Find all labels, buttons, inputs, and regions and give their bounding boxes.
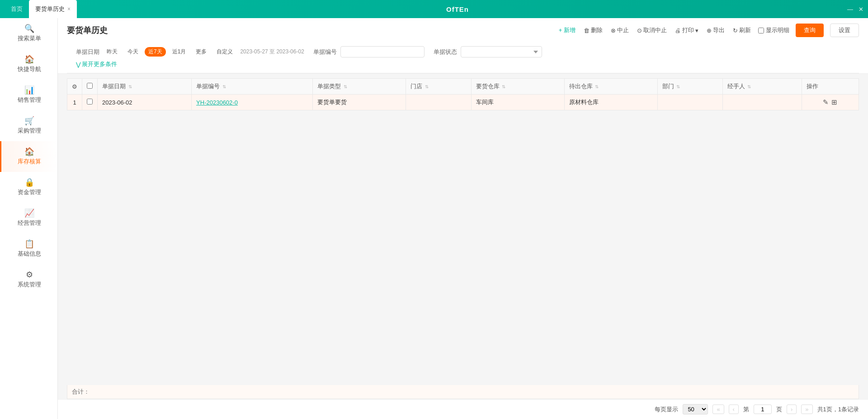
req-warehouse-column-header[interactable]: 要货仓库 ⇅ <box>471 79 564 95</box>
sidebar-item-finance[interactable]: 🔒 资金管理 <box>0 172 57 203</box>
doc-no-column-header[interactable]: 单据编号 ⇅ <box>192 79 313 95</box>
sidebar-item-quick-nav-label: 快捷导航 <box>18 65 41 73</box>
print-arrow-icon: ▾ <box>695 27 698 34</box>
action-column-header: 操作 <box>802 79 859 95</box>
row-pending-warehouse: 原材料仓库 <box>564 95 657 110</box>
sidebar-item-search-menu-label: 搜索菜单 <box>18 34 41 43</box>
row-req-warehouse: 车间库 <box>471 95 564 110</box>
delete-button[interactable]: 🗑 删除 <box>583 24 604 36</box>
settings-column-header[interactable]: ⚙ <box>67 79 82 95</box>
sidebar-item-inventory[interactable]: 🏠 库存核算 <box>0 141 57 172</box>
doc-date-column-header[interactable]: 单据日期 ⇅ <box>98 79 192 95</box>
req-warehouse-sort-icon: ⇅ <box>502 84 505 89</box>
operations-icon: 📈 <box>24 209 34 217</box>
page-title: 要货单历史 <box>67 25 108 36</box>
sidebar-item-finance-label: 资金管理 <box>18 188 41 196</box>
refresh-button[interactable]: ↻ 刷新 <box>732 24 752 36</box>
pending-warehouse-sort-icon: ⇅ <box>595 84 599 89</box>
display-detail-checkbox[interactable] <box>758 28 764 33</box>
copy-icon[interactable]: ⊞ <box>831 98 837 106</box>
cancel-stop-label: 取消中止 <box>643 26 667 34</box>
table-footer-summary: 合计： <box>67 385 859 399</box>
date-tab-1month[interactable]: 近1月 <box>169 47 190 57</box>
page-title-row: 要货单历史 + 新增 🗑 删除 ⊗ 中止 ⊙ 取消中止 <box>67 24 859 37</box>
brand-name: OfTEn <box>446 5 469 13</box>
tab-close-icon[interactable]: × <box>67 6 71 12</box>
footer-total-label: 合计： <box>72 388 90 395</box>
jump-prefix: 第 <box>743 405 749 414</box>
date-tab-custom[interactable]: 自定义 <box>213 47 236 57</box>
cancel-stop-icon: ⊙ <box>637 27 642 34</box>
per-page-select[interactable]: 20 50 100 <box>683 404 708 414</box>
settings-button[interactable]: 设置 <box>830 24 859 37</box>
sidebar-item-purchase[interactable]: 🛒 采购管理 <box>0 110 57 141</box>
row-checkbox[interactable] <box>87 99 93 105</box>
pending-warehouse-column-header[interactable]: 待出仓库 ⇅ <box>564 79 657 95</box>
delete-icon: 🗑 <box>584 27 590 34</box>
expand-more-btn[interactable]: ⋁ 展开更多条件 <box>76 60 850 68</box>
sidebar-item-sales[interactable]: 📊 销售管理 <box>0 80 57 110</box>
date-tab-7days[interactable]: 近7天 <box>145 47 166 57</box>
store-column-header[interactable]: 门店 ⇅ <box>406 79 471 95</box>
row-number: 1 <box>67 95 82 110</box>
inventory-icon: 🏠 <box>24 148 34 156</box>
row-department <box>657 95 722 110</box>
date-tab-more[interactable]: 更多 <box>192 47 210 57</box>
display-detail-toggle[interactable]: 显示明细 <box>758 26 789 34</box>
close-icon[interactable]: ✕ <box>859 6 863 13</box>
select-all-checkbox[interactable] <box>87 83 93 89</box>
sidebar-item-quick-nav[interactable]: 🏠 快捷导航 <box>0 49 57 80</box>
row-doc-date: 2023-06-02 <box>98 95 192 110</box>
display-detail-label: 显示明细 <box>766 26 789 34</box>
status-label: 单据状态 <box>434 48 457 56</box>
sidebar-item-operations[interactable]: 📈 经营管理 <box>0 203 57 233</box>
date-tab-yesterday[interactable]: 昨天 <box>103 47 121 57</box>
print-label: 打印 <box>682 26 694 34</box>
date-filter-group: 单据日期 昨天 今天 近7天 近1月 更多 自定义 2023-05-27 至 2… <box>76 47 304 57</box>
last-page-button[interactable]: » <box>801 405 812 414</box>
doc-type-column-header[interactable]: 单据类型 ⇅ <box>313 79 406 95</box>
export-icon: ⊕ <box>707 27 712 34</box>
doc-no-link[interactable]: YH-20230602-0 <box>196 99 238 106</box>
handler-column-header[interactable]: 经手人 ⇅ <box>722 79 802 95</box>
table-header: ⚙ 单据日期 ⇅ 单据编号 ⇅ 单据类型 ⇅ <box>67 79 859 95</box>
sidebar-item-system[interactable]: ⚙ 系统管理 <box>0 264 57 295</box>
refresh-label: 刷新 <box>739 26 751 34</box>
row-action-cell: ✎ ⊞ <box>802 95 859 110</box>
filter-area: 单据日期 昨天 今天 近7天 近1月 更多 自定义 2023-05-27 至 2… <box>67 42 859 73</box>
finance-icon: 🔒 <box>24 178 34 186</box>
store-sort-icon: ⇅ <box>425 84 429 89</box>
total-records-label: 共1页，1条记录 <box>817 405 859 414</box>
doc-no-filter-group: 单据编号 <box>313 46 425 57</box>
tab-home-label: 首页 <box>11 5 23 13</box>
print-icon: 🖨 <box>675 27 681 34</box>
print-button[interactable]: 🖨 打印 ▾ <box>674 24 699 36</box>
window-controls: — ✕ <box>847 6 863 13</box>
export-button[interactable]: ⊕ 导出 <box>706 24 726 36</box>
first-page-button[interactable]: « <box>712 405 724 414</box>
sidebar-item-basic-label: 基础信息 <box>18 250 41 258</box>
doc-no-input[interactable] <box>340 46 425 57</box>
current-page-input[interactable]: 1 <box>754 405 772 414</box>
next-page-button[interactable]: › <box>787 405 797 414</box>
sidebar-item-basic[interactable]: 📋 基础信息 <box>0 233 57 264</box>
new-label: + 新增 <box>559 26 576 34</box>
sidebar-item-search-menu[interactable]: 🔍 搜索菜单 <box>0 18 57 49</box>
status-select[interactable] <box>461 46 542 57</box>
row-doc-no[interactable]: YH-20230602-0 <box>192 95 313 110</box>
prev-page-button[interactable]: ‹ <box>729 405 739 414</box>
cancel-stop-button[interactable]: ⊙ 取消中止 <box>636 24 668 36</box>
new-button[interactable]: + 新增 <box>558 24 576 36</box>
edit-icon[interactable]: ✎ <box>823 98 829 106</box>
stop-button[interactable]: ⊗ 中止 <box>610 24 630 36</box>
minimize-icon[interactable]: — <box>847 6 853 13</box>
tab-requisition-history[interactable]: 要货单历史 × <box>29 0 77 18</box>
data-table: ⚙ 单据日期 ⇅ 单据编号 ⇅ 单据类型 ⇅ <box>67 78 859 110</box>
tab-home[interactable]: 首页 <box>5 0 29 18</box>
date-tab-today[interactable]: 今天 <box>124 47 142 57</box>
sidebar-item-sales-label: 销售管理 <box>18 96 41 104</box>
sidebar-item-purchase-label: 采购管理 <box>18 127 41 135</box>
department-column-header[interactable]: 部门 ⇅ <box>657 79 722 95</box>
filter-row: 单据日期 昨天 今天 近7天 近1月 更多 自定义 2023-05-27 至 2… <box>76 46 850 57</box>
query-button[interactable]: 查询 <box>796 24 824 37</box>
